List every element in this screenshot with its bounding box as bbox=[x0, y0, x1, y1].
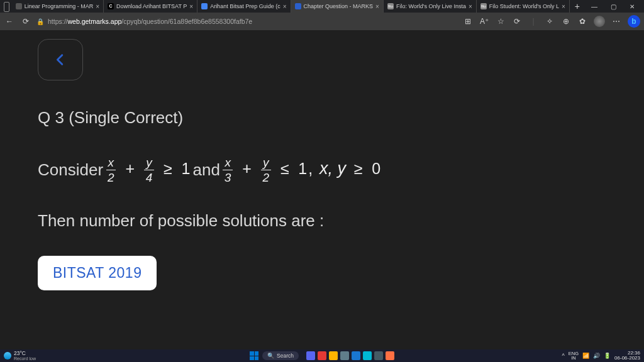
favorites-bar-icon[interactable]: ✧ bbox=[545, 16, 555, 26]
start-button[interactable] bbox=[250, 351, 258, 360]
weather-icon bbox=[4, 352, 11, 359]
exam-badge: BITSAT 2019 bbox=[38, 256, 157, 290]
numerator: x bbox=[223, 156, 233, 170]
battery-icon[interactable]: 🔋 bbox=[604, 353, 611, 359]
browser-tabs: Linear Programming - MAR × C Download Ar… bbox=[12, 0, 585, 13]
back-button[interactable]: ← bbox=[4, 16, 15, 27]
toolbar-right: ⊞ A⁺ ☆ ⟳ | ✧ ⊕ ✿ ⋯ b bbox=[463, 15, 640, 28]
browser-tab-active[interactable]: Chapter Question - MARKS × bbox=[291, 0, 384, 13]
numerator: y bbox=[144, 156, 154, 170]
read-aloud-icon[interactable]: A⁺ bbox=[479, 16, 489, 26]
browser-tab[interactable]: Linear Programming - MAR × bbox=[12, 0, 104, 13]
app-icon[interactable] bbox=[386, 351, 394, 360]
fraction: y 4 bbox=[144, 156, 155, 184]
clock-date: 06-06-2023 bbox=[614, 356, 640, 361]
system-tray: ^ ENG IN 📶 🔊 🔋 22:36 06-06-2023 bbox=[562, 351, 640, 361]
tab-label: Filo: World's Only Live Insta bbox=[396, 3, 466, 9]
tab-label: Chapter Question - MARKS bbox=[304, 3, 374, 9]
minimize-button[interactable]: — bbox=[585, 0, 604, 13]
windows-taskbar: 23°C Record low 🔍 Search ^ ENG IN 📶 🔊 🔋 bbox=[0, 349, 644, 362]
address-bar: ← ⟳ 🔒 https://web.getmarks.app/cpyqb/que… bbox=[0, 13, 644, 30]
browser-tab[interactable]: filo Filo Student: World's Only L × bbox=[477, 0, 570, 13]
app-icon[interactable] bbox=[318, 351, 326, 360]
new-tab-button[interactable]: + bbox=[570, 0, 585, 13]
collections-icon[interactable]: ⊕ bbox=[561, 16, 571, 26]
volume-icon[interactable]: 🔊 bbox=[593, 353, 600, 359]
sync-icon[interactable]: ⟳ bbox=[512, 16, 522, 26]
app-icon[interactable] bbox=[374, 351, 383, 360]
app-icon[interactable] bbox=[352, 351, 360, 360]
question-text: Consider x 2 + y 4 ≥ 1 and x 3 + y 2 bbox=[38, 156, 606, 184]
extensions-icon[interactable]: ✿ bbox=[577, 16, 587, 26]
denominator: 4 bbox=[144, 170, 155, 184]
taskbar-center: 🔍 Search bbox=[250, 351, 394, 360]
one: 1 bbox=[298, 160, 307, 177]
numerator: x bbox=[106, 156, 116, 170]
close-icon[interactable]: × bbox=[189, 3, 193, 10]
plus-op: + bbox=[125, 160, 135, 177]
app-icon[interactable] bbox=[363, 351, 372, 360]
question-and: and bbox=[192, 160, 219, 180]
ge-op: ≥ bbox=[354, 160, 363, 177]
page-content: Q 3 (Single Correct) Consider x 2 + y 4 … bbox=[0, 30, 644, 349]
more-icon[interactable]: ⋯ bbox=[611, 16, 621, 26]
refresh-button[interactable]: ⟳ bbox=[20, 16, 31, 27]
favicon-icon: filo bbox=[387, 3, 394, 9]
fraction: y 2 bbox=[261, 156, 272, 184]
question-lead: Consider bbox=[38, 160, 103, 180]
chevron-left-icon bbox=[53, 53, 67, 67]
maximize-button[interactable]: ▢ bbox=[604, 0, 623, 13]
url-scheme: https:// bbox=[48, 18, 68, 25]
browser-tab[interactable]: C Download Arihant BITSAT P × bbox=[104, 0, 197, 13]
close-icon[interactable]: × bbox=[283, 3, 287, 10]
weather-temp: 23°C bbox=[14, 351, 36, 356]
math-expression: x 3 + y 2 ≤ 1, x, y ≥ 0 bbox=[221, 156, 382, 184]
tray-chevron-icon[interactable]: ^ bbox=[562, 353, 565, 359]
tab-actions-icon[interactable] bbox=[4, 2, 9, 12]
close-icon[interactable]: × bbox=[375, 3, 379, 10]
favorite-icon[interactable]: ☆ bbox=[496, 16, 506, 26]
url-host: web.getmarks.app bbox=[68, 18, 122, 25]
window-titlebar: Linear Programming - MAR × C Download Ar… bbox=[0, 0, 644, 13]
favicon-icon bbox=[201, 3, 208, 9]
app-icon[interactable] bbox=[329, 351, 338, 360]
browser-tab[interactable]: filo Filo: World's Only Live Insta × bbox=[384, 0, 477, 13]
clock[interactable]: 22:36 06-06-2023 bbox=[614, 351, 640, 361]
tab-label: Download Arihant BITSAT P bbox=[116, 3, 187, 9]
close-button[interactable]: ✕ bbox=[623, 0, 641, 13]
browser-tab[interactable]: Arihant Bitsat Prep Guide (c × bbox=[197, 0, 291, 13]
close-icon[interactable]: × bbox=[96, 3, 99, 10]
xy-vars: x, y bbox=[319, 159, 346, 178]
denominator: 2 bbox=[106, 170, 116, 184]
numerator: y bbox=[261, 156, 271, 170]
url-field[interactable]: 🔒 https://web.getmarks.app/cpyqb/questio… bbox=[36, 18, 458, 25]
weather-sub: Record low bbox=[14, 356, 36, 361]
close-icon[interactable]: × bbox=[469, 3, 472, 10]
window-buttons: — ▢ ✕ bbox=[585, 0, 641, 13]
search-icon: 🔍 bbox=[267, 353, 274, 359]
math-expression: x 2 + y 4 ≥ 1 bbox=[104, 156, 191, 184]
denominator: 3 bbox=[223, 170, 233, 184]
shopping-icon[interactable]: ⊞ bbox=[463, 16, 473, 26]
favicon-icon: filo bbox=[480, 3, 487, 9]
wifi-icon[interactable]: 📶 bbox=[582, 353, 589, 359]
favicon-icon bbox=[295, 3, 301, 9]
language-indicator[interactable]: ENG IN bbox=[569, 351, 579, 361]
app-icon[interactable] bbox=[306, 351, 315, 360]
close-icon[interactable]: × bbox=[562, 3, 565, 10]
pinned-apps bbox=[306, 351, 394, 360]
page-back-button[interactable] bbox=[38, 39, 83, 80]
bing-chat-icon[interactable]: b bbox=[628, 15, 640, 28]
profile-icon[interactable] bbox=[594, 16, 605, 27]
app-icon[interactable] bbox=[340, 351, 349, 360]
zero: 0 bbox=[372, 160, 380, 177]
denominator: 2 bbox=[261, 170, 272, 184]
url-path: /cpyqb/question/61a89ef8b6e8558300fafb7e bbox=[121, 18, 252, 25]
tab-label: Filo Student: World's Only L bbox=[489, 3, 559, 9]
weather-widget[interactable]: 23°C Record low bbox=[4, 351, 36, 361]
favicon-icon: C bbox=[108, 3, 114, 9]
taskbar-search[interactable]: 🔍 Search bbox=[262, 351, 299, 360]
favicon-icon bbox=[16, 3, 22, 9]
tab-label: Linear Programming - MAR bbox=[25, 3, 94, 9]
fraction: x 3 bbox=[223, 156, 233, 184]
